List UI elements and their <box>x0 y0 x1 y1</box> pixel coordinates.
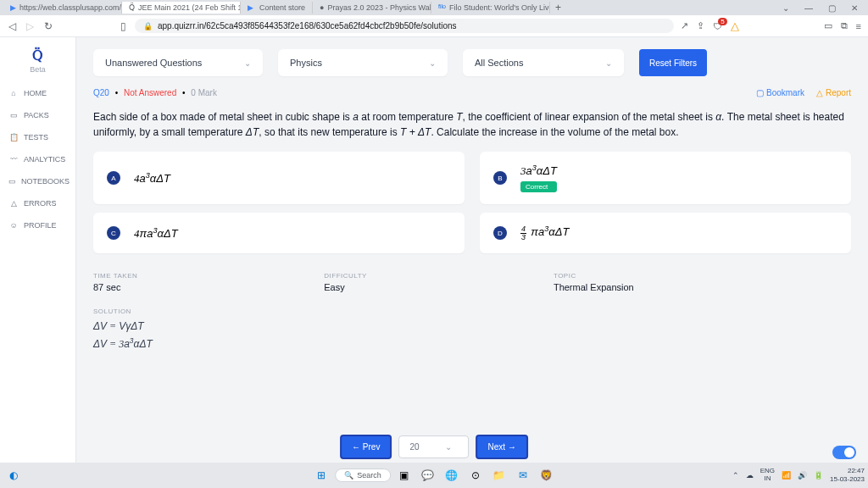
sidebar-item-analytics[interactable]: 〰ANALYTICS <box>0 148 75 170</box>
taskbar-search[interactable]: 🔍Search <box>335 469 391 482</box>
onedrive-icon[interactable]: ☁ <box>746 471 754 480</box>
prev-button[interactable]: ← Prev <box>340 435 392 459</box>
window-controls: ⌄ — ▢ ✕ <box>776 3 865 13</box>
new-tab-button[interactable]: + <box>550 2 566 14</box>
wifi-icon[interactable]: 📶 <box>782 471 791 480</box>
tray-chevron-icon[interactable]: ⌃ <box>732 471 739 480</box>
url-input[interactable]: 🔒 app.quizrr.in/62c5ca493f85644353f2e168… <box>135 19 674 33</box>
analytics-icon: 〰 <box>8 155 19 164</box>
close-icon[interactable]: ✕ <box>851 3 858 13</box>
filter-row: Unanswered Questions⌄ Physics⌄ All Secti… <box>93 49 851 76</box>
sidebar-item-home[interactable]: ⌂HOME <box>0 82 75 104</box>
tab-view-icon[interactable]: ▭ <box>824 20 832 31</box>
next-button[interactable]: Next → <box>476 435 528 459</box>
browser-tab[interactable]: ▶Content store <box>241 2 313 14</box>
sidebar-item-tests[interactable]: 📋TESTS <box>0 126 75 148</box>
tab-favicon: ▶ <box>248 3 256 12</box>
lock-icon: 🔒 <box>143 22 153 30</box>
sidebar: Q̈ Beta ⌂HOME ▭PACKS 📋TESTS 〰ANALYTICS ▭… <box>0 37 76 463</box>
option-a[interactable]: A 4a3αΔT <box>93 152 465 204</box>
language-indicator[interactable]: ENGIN <box>760 468 775 483</box>
option-text: 43 πa3αΔT <box>520 225 569 241</box>
browser-tab[interactable]: filoFilo Student: World's Only Live Inst… <box>431 2 550 14</box>
filter-section[interactable]: All Sections⌄ <box>463 49 624 76</box>
logo-subtitle: Beta <box>0 65 75 74</box>
bookmark-button[interactable]: ▢Bookmark <box>756 88 804 97</box>
warning-icon[interactable]: △ <box>731 19 739 32</box>
report-button[interactable]: △Report <box>816 88 851 97</box>
sidebar-item-profile[interactable]: ☺PROFILE <box>0 214 75 236</box>
solution-label: SOLUTION <box>93 308 851 315</box>
solution-equation: ΔV = 3a3αΔT <box>93 336 851 351</box>
option-badge: D <box>493 226 507 240</box>
option-text: 4πa3αΔT <box>134 226 178 241</box>
bookmark-icon: ▢ <box>756 88 764 97</box>
explorer-icon[interactable]: 📁 <box>489 467 509 484</box>
reset-filters-button[interactable]: Reset Filters <box>639 49 707 76</box>
option-text: 3a3αΔT <box>520 164 557 178</box>
clock[interactable]: 22:4715-03-2023 <box>830 467 865 483</box>
meta-time: TIME TAKEN 87 sec <box>93 272 137 292</box>
brave-icon[interactable]: 🦁 <box>537 467 557 484</box>
cortana-icon[interactable]: ◐ <box>3 467 24 484</box>
back-button[interactable]: ◁ <box>7 20 18 32</box>
extension-icon[interactable]: 🛡5 <box>713 21 722 31</box>
option-badge: B <box>493 171 507 185</box>
search-icon: 🔍 <box>344 471 353 480</box>
toggle-switch[interactable] <box>832 446 856 459</box>
minimize-icon[interactable]: — <box>804 3 813 13</box>
maximize-icon[interactable]: ▢ <box>828 3 836 13</box>
main-content: Unanswered Questions⌄ Physics⌄ All Secti… <box>76 37 868 463</box>
menu-icon[interactable]: ≡ <box>856 21 861 31</box>
meta-topic: TOPIC Thermal Expansion <box>554 272 634 292</box>
option-b[interactable]: B 3a3αΔT Correct <box>480 152 851 204</box>
page-select[interactable]: 20⌄ <box>398 435 469 458</box>
packs-icon: ▭ <box>8 111 19 119</box>
open-external-icon[interactable]: ↗ <box>681 20 688 31</box>
question-header: Q20 • Not Answered • 0 Mark ▢Bookmark △R… <box>93 88 851 97</box>
start-icon[interactable]: ⊞ <box>311 467 331 484</box>
pip-icon[interactable]: ⧉ <box>841 20 848 31</box>
notebooks-icon: ▭ <box>8 177 16 186</box>
edge-icon[interactable]: 🌐 <box>442 467 462 484</box>
reload-button[interactable]: ↻ <box>42 20 54 32</box>
chevron-down-icon[interactable]: ⌄ <box>782 3 789 13</box>
browser-tab[interactable]: ▶https://web.classplusapp.com/newApp <box>3 2 122 14</box>
forward-button[interactable]: ▷ <box>25 20 36 32</box>
filter-subject[interactable]: Physics⌄ <box>278 49 448 76</box>
toggle-knob <box>844 447 854 458</box>
warning-icon: △ <box>816 88 823 97</box>
mail-icon[interactable]: ✉ <box>513 467 533 484</box>
browser-tab[interactable]: Q̈JEE Main 2021 (24 Feb Shift 1) - Q× <box>122 2 241 14</box>
option-c[interactable]: C 4πa3αΔT <box>93 213 465 253</box>
option-badge: C <box>107 226 120 240</box>
option-badge: A <box>107 171 120 185</box>
option-text: 4a3αΔT <box>134 171 170 186</box>
option-d[interactable]: D 43 πa3αΔT <box>480 213 851 253</box>
profile-icon: ☺ <box>8 221 19 230</box>
tests-icon: 📋 <box>8 133 19 141</box>
app-logo[interactable]: Q̈ <box>0 44 75 65</box>
browser-tab[interactable]: ●Prayas 2.0 2023 - Physics Wallah <box>313 2 431 14</box>
sidebar-item-notebooks[interactable]: ▭NOTEBOOKS <box>0 170 75 192</box>
app-icon[interactable]: ⊙ <box>465 467 486 484</box>
address-bar: ◁ ▷ ↻ ▯ 🔒 app.quizrr.in/62c5ca493f856443… <box>0 15 868 37</box>
chevron-down-icon: ⌄ <box>244 58 251 68</box>
sidebar-item-packs[interactable]: ▭PACKS <box>0 104 75 126</box>
chevron-down-icon: ⌄ <box>445 442 452 452</box>
task-view-icon[interactable]: ▣ <box>394 467 415 484</box>
battery-icon[interactable]: 🔋 <box>814 471 823 480</box>
filter-answered[interactable]: Unanswered Questions⌄ <box>93 49 263 76</box>
question-mark: 0 Mark <box>191 88 217 97</box>
question-number: Q20 <box>93 88 109 97</box>
question-status: Not Answered <box>124 88 176 97</box>
taskbar: ◐ ⊞ 🔍Search ▣ 💬 🌐 ⊙ 📁 ✉ 🦁 ⌃ ☁ ENGIN 📶 🔊 … <box>0 463 868 488</box>
volume-icon[interactable]: 🔊 <box>798 471 807 480</box>
tab-favicon: filo <box>438 3 446 12</box>
reader-icon[interactable]: ▯ <box>119 20 128 32</box>
sidebar-item-errors[interactable]: △ERRORS <box>0 192 75 214</box>
chevron-down-icon: ⌄ <box>429 58 436 68</box>
share-icon[interactable]: ⇪ <box>697 20 704 31</box>
chat-icon[interactable]: 💬 <box>418 467 438 484</box>
options-grid: A 4a3αΔT B 3a3αΔT Correct C 4πa3αΔT D 43… <box>93 152 851 253</box>
